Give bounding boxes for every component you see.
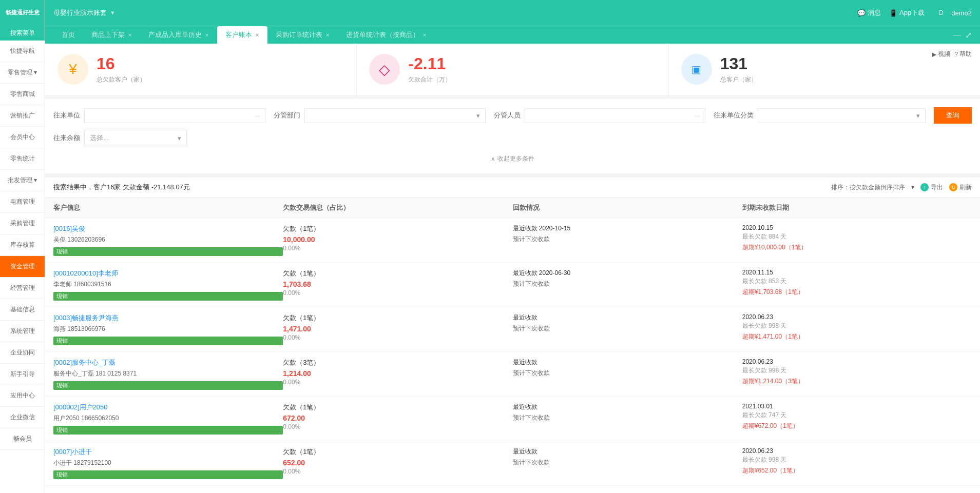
table-header-recovery: 回款情况 (513, 203, 742, 212)
sidebar-item-quick-nav[interactable]: 快捷导航 (0, 41, 45, 62)
tab-home[interactable]: 首页 (53, 26, 83, 44)
sidebar-item-retail-stats[interactable]: 零售统计 (0, 148, 45, 170)
table-row: [0006]去下粮仓 陈小希 现销 欠款（1笔） 455.90 0.00% 最近… (45, 486, 980, 493)
next-payment: 预计下次收款 (513, 413, 742, 422)
tab-close-customer-account[interactable]: ✕ (255, 32, 259, 38)
filter-balance: 往来余额 选择... ▾ (53, 130, 972, 146)
app-download-btn[interactable]: 📱 App下载 (889, 8, 925, 17)
sidebar-item-retail-mgmt[interactable]: 零售管理 ▾ (0, 62, 45, 84)
sidebar: 畅捷通好生意 搜索菜单 快捷导航 零售管理 ▾ 零售商城 营销推广 会员中心 零… (0, 0, 45, 493)
customer-name-link[interactable]: [0007]小进干 (53, 447, 283, 457)
tab-close-product-in[interactable]: ✕ (205, 32, 209, 38)
sidebar-item-wecom[interactable]: 企业微信 (0, 407, 45, 428)
table-row: [000002]用户2050 用户2050 18665062050 现销 欠款（… (45, 397, 980, 441)
filter-manager-input[interactable]: ··· (525, 108, 706, 123)
recovery-cell: 最近收款 2020-06-30 预计下次收款 (513, 269, 742, 288)
sidebar-item-newbie[interactable]: 新手引导 (0, 364, 45, 385)
table-row: [0007]小进干 小进干 18279152100 现销 欠款（1笔） 652.… (45, 441, 980, 486)
sidebar-item-marketing[interactable]: 营销推广 (0, 105, 45, 127)
tabs-expand-btn[interactable]: ⤢ (965, 30, 972, 40)
customer-name-link[interactable]: [0016]吴俊 (53, 224, 283, 233)
manager-dots-icon: ··· (694, 112, 700, 120)
sidebar-search[interactable]: 搜索菜单 (0, 26, 45, 41)
sidebar-item-member[interactable]: 会员中心 (0, 127, 45, 148)
export-btn[interactable]: ↑ 导出 (920, 183, 943, 192)
debt-info-cell: 欠款（3笔） 1,214.00 0.00% (283, 358, 512, 386)
sidebar-item-inventory[interactable]: 库存核算 (0, 234, 45, 256)
next-payment: 预计下次收款 (513, 458, 742, 467)
overdue-link[interactable]: 超期¥1,703.68（1笔） (742, 288, 972, 297)
customer-name-link[interactable]: [0002]服务中心_丁磊 (53, 358, 283, 367)
tab-close-product-offline[interactable]: ✕ (128, 32, 132, 38)
overdue-link[interactable]: 超期¥672.00（1笔） (742, 422, 972, 430)
sidebar-item-purchase[interactable]: 采购管理 (0, 213, 45, 234)
filter-dept-label: 分管部门 (274, 111, 300, 120)
search-button[interactable]: 查询 (934, 107, 972, 124)
customer-info-cell: [000002]用户2050 用户2050 18665062050 现销 (53, 403, 283, 435)
latest-payment: 最近收款 2020-06-30 (513, 269, 742, 278)
debt-info-cell: 欠款（1笔） 1,471.00 0.00% (283, 313, 512, 341)
tab-close-purchase-stats[interactable]: ✕ (422, 32, 427, 38)
sidebar-item-batch-mgmt[interactable]: 批发管理 ▾ (0, 170, 45, 191)
tabs-minimize-btn[interactable]: — (953, 30, 961, 40)
sidebar-item-basic-info[interactable]: 基础信息 (0, 299, 45, 321)
message-btn[interactable]: 💬 消息 (857, 8, 881, 17)
tab-close-purchase-order[interactable]: ✕ (325, 32, 330, 38)
debt-count: 欠款（1笔） (283, 403, 512, 412)
due-date-cell: 2020.11.15 最长欠款 853 天 超期¥1,703.68（1笔） (742, 269, 972, 297)
overdue-link[interactable]: 超期¥10,000.00（1笔） (742, 243, 972, 252)
filter-dept-select[interactable]: ▾ (304, 108, 486, 123)
filter-balance-select[interactable]: 选择... ▾ (84, 130, 187, 146)
customer-contact: 吴俊 13026203696 (53, 235, 283, 244)
filter-source-unit-input[interactable]: ··· (84, 108, 265, 123)
sidebar-item-operation[interactable]: 经营管理 (0, 278, 45, 299)
due-date: 2020.06.23 (742, 358, 972, 365)
debt-percent: 0.00% (283, 245, 512, 252)
tab-product-in[interactable]: 产成品入库单历史 ✕ (140, 26, 217, 44)
due-date: 2020.11.15 (742, 269, 972, 276)
overdue-link[interactable]: 超期¥652.00（1笔） (742, 466, 972, 475)
user-avatar-btn[interactable]: D demo2 (933, 5, 972, 21)
sidebar-item-retail-store[interactable]: 零售商城 (0, 84, 45, 105)
recovery-cell: 最近收款 2020-10-15 预计下次收款 (513, 224, 742, 244)
main-area: 母婴行业演示账套 ▾ 💬 消息 📱 App下载 D demo2 首页 商品上下架… (45, 0, 980, 493)
debt-count: 欠款（1笔） (283, 224, 512, 233)
tab-customer-account[interactable]: 客户账本 ✕ (217, 26, 267, 44)
table-header: 客户信息 欠款交易信息（占比） 回款情况 到期未收款日期 (45, 198, 980, 218)
collapse-filters-btn[interactable]: ∧ 收起更多条件 (53, 152, 972, 165)
max-overdue-days: 最长欠款 884 天 (742, 232, 972, 241)
overdue-link[interactable]: 超期¥1,471.00（1笔） (742, 332, 972, 341)
tab-product-offline[interactable]: 商品上下架 ✕ (83, 26, 140, 44)
sidebar-item-app-center[interactable]: 应用中心 (0, 385, 45, 407)
sidebar-item-finance[interactable]: 资金管理 (0, 256, 45, 278)
user-avatar: D (933, 5, 949, 21)
due-date-cell: 2020.06.23 最长欠款 998 天 超期¥1,214.00（3笔） (742, 358, 972, 386)
table-row: [00010200010]李老师 李老师 18600391516 现销 欠款（1… (45, 263, 980, 307)
customer-info-cell: [0003]畅捷服务尹海燕 海燕 18513066976 现销 (53, 313, 283, 345)
refresh-btn[interactable]: ↻ 刷新 (949, 183, 972, 192)
sidebar-item-ecommerce[interactable]: 电商管理 (0, 191, 45, 213)
customer-name-link[interactable]: [000002]用户2050 (53, 403, 283, 412)
recovery-cell: 最近收款 预计下次收款 (513, 403, 742, 422)
filter-manager: 分管人员 ··· (494, 108, 706, 123)
sidebar-item-system[interactable]: 系统管理 (0, 321, 45, 342)
overdue-customers-label: 总欠款客户（家） (97, 75, 146, 84)
overdue-link[interactable]: 超期¥1,214.00（3笔） (742, 377, 972, 386)
sidebar-item-enterprise[interactable]: 企业协同 (0, 342, 45, 364)
filter-unit-category-select[interactable]: ▾ (758, 108, 926, 123)
video-link[interactable]: ▶视频 (932, 50, 950, 58)
table-row: [0003]畅捷服务尹海燕 海燕 18513066976 现销 欠款（1笔） 1… (45, 307, 980, 352)
recovery-cell: 最近收款 预计下次收款 (513, 358, 742, 378)
next-payment: 预计下次收款 (513, 280, 742, 288)
debt-amount: 10,000.00 (283, 235, 512, 244)
tab-purchase-stats[interactable]: 进货单统计表（按商品） ✕ (338, 26, 435, 44)
tab-purchase-order[interactable]: 采购订单统计表 ✕ (267, 26, 338, 44)
customer-name-link[interactable]: [0003]畅捷服务尹海燕 (53, 313, 283, 323)
customer-contact: 小进干 18279152100 (53, 459, 283, 467)
help-link[interactable]: ?帮助 (954, 50, 972, 58)
customer-name-link[interactable]: [00010200010]李老师 (53, 269, 283, 278)
sidebar-item-vip[interactable]: 畅会员 (0, 428, 45, 450)
topbar: 母婴行业演示账套 ▾ 💬 消息 📱 App下载 D demo2 (45, 0, 980, 26)
filter-dept: 分管部门 ▾ (274, 108, 486, 123)
debt-count: 欠款（1笔） (283, 447, 512, 457)
